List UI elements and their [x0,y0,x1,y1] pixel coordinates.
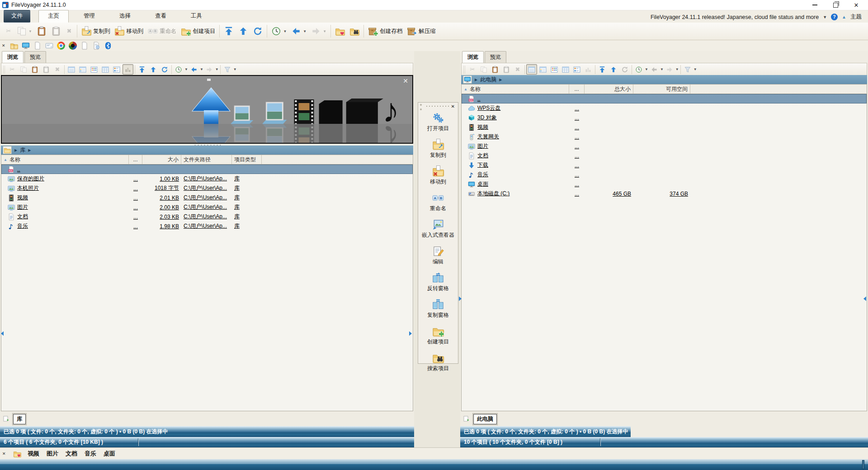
cell-link[interactable]: ... [575,181,579,188]
cell-link[interactable]: C:\用户\User\Ap... [184,175,227,183]
left-file-row-0[interactable]: ICO.. [1,164,413,174]
ribbon-action-refresh[interactable] [250,25,265,37]
left-column-header-0[interactable]: ▲名称 [1,155,129,164]
favbar-close-icon[interactable]: ✕ [2,451,7,456]
right-tool-paste[interactable] [490,64,500,75]
cell-link[interactable]: ... [133,176,138,182]
mid-action-4[interactable]: 嵌入式查看器 [422,219,454,239]
midbar-grip[interactable] [425,105,449,107]
left-tool-view-details[interactable] [66,64,77,75]
right-column-header-0[interactable]: ▲名称 [462,85,569,94]
favorite-item-0[interactable]: 视频 [28,450,39,458]
breadcrumb-arrow-icon[interactable]: ▶ [499,78,502,82]
minimize-button[interactable] [811,1,818,9]
right-file-row-3[interactable]: 视频... [462,122,867,132]
cell-link[interactable]: 2.00 KB [160,204,179,211]
ribbon-action-copy[interactable]: ▼ [14,25,34,37]
left-column-header-1[interactable]: ... [129,155,142,164]
left-breadcrumb[interactable]: ▶库▶ [1,146,413,155]
cell-link[interactable]: 库 [234,222,240,230]
ribbon-action-folder-copy[interactable]: 复制到 [79,25,113,37]
cell-link[interactable]: 374 GB [670,191,688,197]
quickbar-close-icon[interactable]: ✕ [2,43,6,48]
right-tool-up-top[interactable] [597,64,608,75]
ribbon-action-folder-search[interactable] [347,25,362,37]
right-file-row-7[interactable]: 下载... [462,160,867,170]
cell-link[interactable]: 本机照片 [17,184,39,192]
cell-link[interactable]: 本地磁盘 (C:) [477,190,509,197]
cell-link[interactable]: 音乐 [17,222,28,230]
favorite-item-2[interactable]: 文档 [66,450,77,458]
cell-link[interactable]: 天翼网关 [477,133,499,141]
cell-link[interactable]: 库 [234,175,240,183]
right-pane-tab-1[interactable]: 预览 [485,51,506,63]
cell-link[interactable]: 库 [234,203,240,211]
left-file-row-3[interactable]: 视频...2.01 KBC:\用户\User\Ap...库 [1,193,413,202]
cell-link[interactable]: ... [575,172,579,178]
cell-link[interactable]: 1.00 KB [160,176,179,182]
right-tool-view-details[interactable] [526,64,537,75]
left-tool-cut[interactable]: ✂ [7,64,18,75]
left-tool-view-columns[interactable] [123,64,133,75]
mid-action-0[interactable]: 打开项目 [427,112,449,132]
left-pane-tab-0[interactable]: 浏览 [2,51,24,63]
right-file-row-2[interactable]: 3D 对象... [462,113,867,122]
favorite-item-1[interactable]: 图片 [47,450,58,458]
right-file-row-6[interactable]: 文档... [462,151,867,160]
quick-zip-button[interactable] [9,42,18,50]
right-breadcrumb[interactable]: ▶此电脑▶ [461,75,867,84]
right-view-tab[interactable]: 此电脑 [473,414,497,424]
ribbon-action-folder-move[interactable]: 移动到 [112,25,146,37]
left-add-view-button[interactable] [2,414,11,423]
cell-link[interactable]: 2.03 KB [160,214,179,220]
ribbon-tab-5[interactable]: 工具 [181,10,212,23]
cell-link[interactable]: 视频 [17,194,28,202]
left-tool-funnel[interactable] [222,64,233,75]
middle-splitter-icon[interactable] [459,296,462,301]
cell-link[interactable]: 视频 [477,123,488,131]
left-tool-forward[interactable] [204,64,215,75]
cell-link[interactable]: ... [575,153,579,159]
right-tool-copy[interactable] [478,64,489,75]
right-file-row-8[interactable]: 音乐... [462,170,867,179]
quick-notes-button[interactable] [92,42,100,50]
cell-link[interactable]: 库 [234,194,240,202]
left-tool-paste-into[interactable] [41,64,52,75]
cell-link[interactable]: ... [575,115,579,121]
cell-link[interactable]: ... [133,223,138,230]
right-tool-view-table[interactable] [560,64,571,75]
folder-fav-icon[interactable] [13,450,21,458]
right-tool-up[interactable] [608,64,619,75]
right-tool-history[interactable] [633,64,644,75]
quick-bluetooth-button[interactable] [104,42,112,50]
left-tool-forward-dropdown-icon[interactable]: ▼ [215,67,219,71]
cell-link[interactable]: ... [133,214,138,220]
quick-doc-button[interactable] [33,42,42,50]
ribbon-action-paste-into[interactable] [49,25,63,37]
cell-link[interactable]: ... [133,185,138,192]
bottombar-grip[interactable] [862,460,864,469]
left-tool-delete[interactable]: ✖ [52,64,63,75]
right-column-header-3[interactable]: 可用空间 [633,85,690,94]
right-pane-tab-0[interactable]: 浏览 [462,51,484,63]
left-file-row-5[interactable]: 文档...2.03 KBC:\用户\User\Ap...库 [1,212,413,221]
mid-action-8[interactable]: 创建项目 [427,325,449,346]
ribbon-action-paste[interactable] [34,25,49,37]
left-tool-funnel-dropdown-icon[interactable]: ▼ [233,67,237,71]
breadcrumb-arrow-icon[interactable]: ▶ [475,78,477,82]
left-tool-up[interactable] [148,64,159,75]
left-file-row-1[interactable]: 保存的图片...1.00 KBC:\用户\User\Ap...库 [1,174,413,183]
right-tool-back-dropdown-icon[interactable]: ▼ [660,67,664,71]
cell-link[interactable]: C:\用户\User\Ap... [184,203,227,211]
breadcrumb-root-icon-box[interactable] [3,146,12,154]
mid-action-9[interactable]: 搜索项目 [427,352,449,372]
ribbon-action-rename[interactable]: AB重命名 [146,25,179,37]
left-column-header-2[interactable]: 大小 [142,155,181,164]
cell-link[interactable]: ... [575,191,579,197]
right-column-header-1[interactable]: ... [569,85,585,94]
right-tool-refresh[interactable] [619,64,630,75]
ribbon-tab-3[interactable]: 选择 [110,10,140,23]
mid-action-6[interactable]: 反转窗格 [427,272,449,292]
mid-action-1[interactable]: 复制到 [430,139,446,159]
ribbon-action-folder-new[interactable]: 创建项目 [179,25,217,37]
